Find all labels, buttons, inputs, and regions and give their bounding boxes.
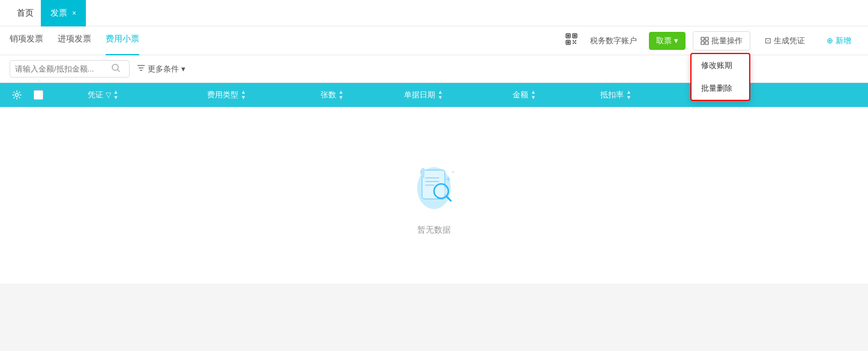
amount-sort[interactable]: ▲▼	[531, 90, 536, 100]
tab-purchase-invoice[interactable]: 进项发票	[58, 26, 91, 55]
svg-rect-7	[575, 40, 576, 41]
sub-tabs-right: 税务数字账户 取票 ▾ 批量操作 修改账期 批量删除 ⊡ 生	[565, 31, 858, 50]
svg-rect-1	[567, 35, 570, 37]
svg-rect-12	[705, 37, 708, 40]
svg-rect-6	[573, 40, 574, 41]
filter-icon	[137, 64, 145, 74]
th-amount: 金额 ▲▼	[478, 90, 570, 100]
count-sort[interactable]: ▲▼	[339, 90, 344, 100]
svg-rect-11	[701, 37, 704, 40]
tab-sales-invoice[interactable]: 销项发票	[10, 26, 43, 55]
dropdown-item-bulk-delete[interactable]: 批量删除	[692, 77, 749, 100]
search-icon[interactable]	[111, 63, 121, 75]
date-sort[interactable]: ▲▼	[438, 90, 443, 100]
th-checkbox[interactable]	[29, 90, 48, 100]
empty-state-icon	[404, 155, 464, 215]
svg-rect-14	[705, 41, 708, 44]
svg-rect-3	[574, 35, 576, 37]
th-settings[interactable]	[5, 90, 29, 100]
svg-rect-8	[573, 43, 574, 44]
bulk-op-button[interactable]: 批量操作	[693, 31, 750, 50]
svg-point-27	[436, 186, 446, 196]
voucher-sort[interactable]: ▲▼	[113, 90, 119, 100]
th-deduct-rate: 抵扣率 ▲▼	[570, 90, 662, 100]
dropdown-item-change-period[interactable]: 修改账期	[692, 54, 749, 77]
chevron-down-icon: ▾	[674, 36, 678, 45]
home-tab[interactable]: 首页	[10, 8, 41, 19]
sub-tabs-left: 销项发票 进项发票 费用小票	[10, 26, 139, 55]
add-icon: ⊕	[827, 36, 833, 45]
invoice-tab-label: 发票	[50, 8, 67, 19]
svg-rect-10	[574, 41, 575, 43]
bulk-op-dropdown-menu: 修改账期 批量删除	[690, 53, 750, 101]
th-voucher: 凭证 ▽ ▲▼	[48, 90, 158, 100]
invoice-tab[interactable]: 发票 ×	[41, 0, 86, 26]
th-date: 单据日期 ▲▼	[369, 90, 478, 100]
close-icon[interactable]: ×	[72, 9, 76, 17]
top-nav: 首页 发票 ×	[0, 0, 868, 26]
chevron-down-icon: ▾	[181, 64, 185, 73]
bulk-op-dropdown-container: 批量操作 修改账期 批量删除	[693, 31, 750, 50]
header-checkbox[interactable]	[34, 90, 43, 100]
tab-expense-receipt[interactable]: 费用小票	[106, 26, 139, 55]
svg-rect-5	[567, 41, 570, 44]
empty-text: 暂无数据	[417, 225, 451, 236]
voucher-icon: ⊡	[765, 36, 771, 45]
th-expense-type: 费用类型 ▲▼	[158, 90, 295, 100]
th-count: 张数 ▲▼	[295, 90, 369, 100]
svg-rect-13	[701, 41, 704, 44]
empty-state: 暂无数据	[0, 107, 868, 284]
svg-point-20	[16, 94, 19, 97]
generate-voucher-button[interactable]: ⊡ 生成凭证	[758, 32, 812, 50]
deduct-rate-sort[interactable]: ▲▼	[626, 90, 631, 100]
tax-digital-button[interactable]: 税务数字账户	[585, 33, 642, 49]
more-conditions-button[interactable]: 更多条件 ▾	[137, 64, 185, 75]
qr-code-button[interactable]	[565, 32, 578, 49]
bulk-op-icon	[701, 37, 709, 45]
svg-line-16	[118, 70, 119, 72]
add-new-button[interactable]: ⊕ 新增	[819, 32, 858, 50]
settings-icon	[12, 90, 22, 100]
search-input[interactable]	[15, 64, 111, 73]
search-input-wrap[interactable]	[10, 60, 130, 78]
voucher-filter-icon[interactable]: ▽	[106, 91, 111, 99]
get-invoice-button[interactable]: 取票 ▾	[649, 32, 686, 50]
svg-rect-9	[575, 43, 576, 44]
expense-type-sort[interactable]: ▲▼	[241, 90, 246, 100]
sub-tabs-bar: 销项发票 进项发票 费用小票 税务数字账户	[0, 26, 868, 55]
